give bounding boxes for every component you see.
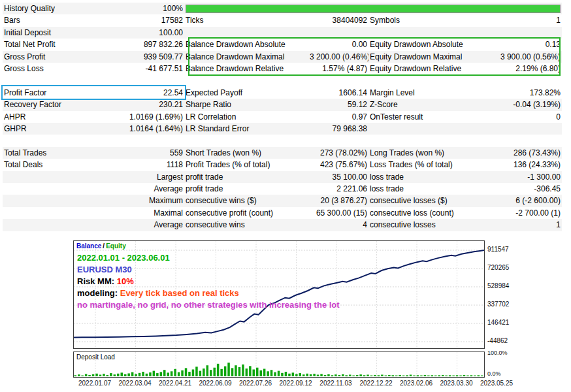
deposit-load-bar [110, 373, 112, 376]
stat-label: Sharpe Ratio [184, 99, 308, 110]
deposit-load-svg [74, 352, 484, 377]
stat-row: Total Trades559Short Trades (won %)273 (… [3, 147, 562, 159]
deposit-load-bar [103, 374, 105, 376]
stat-row: History Quality100% [3, 3, 562, 14]
deposit-load-panel [73, 351, 485, 378]
stat-value: 3 200.00 (0.46%) [308, 51, 368, 63]
stat-label: Z-Score [368, 99, 491, 110]
deposit-load-bar [85, 374, 88, 377]
deposit-load-bar [227, 363, 230, 376]
stat-label: Total Net Profit [3, 39, 107, 50]
x-tick-label: 2022.03.04 [118, 380, 151, 387]
stat-value: 79 968.38 [308, 123, 368, 135]
stat-value: 100.00 [107, 27, 184, 39]
deposit-load-bar [424, 375, 427, 376]
progress-cell [184, 3, 562, 14]
stat-label: Expected Payoff [184, 87, 308, 99]
deposit-load-bar [381, 375, 383, 376]
chart-annotation: Risk MM: 10% [77, 276, 340, 287]
deposit-load-bar [167, 372, 170, 376]
stat-row: Averageprofit trade2 221.06loss trade-30… [3, 183, 562, 195]
deposit-load-bar [195, 367, 198, 376]
deposit-load-bar [363, 375, 366, 376]
stat-value: 100% [107, 3, 184, 14]
deposit-load-bar [253, 370, 255, 377]
x-tick-label: 2023.02.06 [400, 380, 432, 387]
chart-annotation: no martingale, no grid, no other strateg… [77, 299, 340, 311]
stat-label: Margin Level [368, 87, 491, 99]
stat-row: AHPR1.0169 (1.69%)LR Correlation0.97OnTe… [3, 111, 562, 123]
stat-value: Largest [107, 171, 184, 183]
deposit-load-bar [306, 374, 309, 376]
stat-value [491, 123, 562, 135]
deposit-load-bar [267, 371, 269, 376]
deposit-load-bar [466, 376, 469, 376]
stat-value: 3 900.00 (0.56%) [491, 51, 562, 63]
deposit-load-bar [153, 371, 155, 376]
deposit-load-bar [142, 372, 144, 376]
deposit-load-bar [163, 370, 166, 376]
stat-label: History Quality [3, 3, 107, 14]
deposit-load-bar [278, 371, 280, 376]
deposit-load-bar [249, 366, 252, 376]
deposit-load-bar [417, 375, 419, 376]
stat-value: 0.13 [491, 39, 562, 50]
chart-annotations: 2022.01.01 - 2023.06.01EURUSD M30Risk MM… [77, 252, 340, 311]
deposit-load-bar [413, 376, 416, 376]
stat-label: loss trade [368, 171, 491, 183]
deposit-load-bar [338, 375, 341, 376]
deposit-load-title: Deposit Load [76, 353, 115, 361]
deposit-load-bar [406, 375, 408, 376]
x-tick-label: 2023.03.30 [440, 380, 472, 387]
y-tick-label: 911547 [487, 246, 509, 253]
deposit-load-bar [92, 374, 95, 376]
annotation-text: 10% [117, 276, 134, 286]
stat-label [3, 207, 107, 219]
deposit-load-bar [117, 374, 120, 376]
deposit-load-bar [367, 375, 369, 376]
deposit-load-bar [342, 374, 344, 376]
stat-label: Balance Drawdown Relative [184, 63, 308, 74]
stat-value: 286 (73.43%) [491, 147, 562, 159]
stat-row: GHPR1.0164 (1.64%)LR Standard Error79 96… [3, 123, 562, 135]
deposit-load-bar [224, 367, 227, 376]
stat-label [184, 27, 308, 39]
deposit-load-bar [270, 370, 273, 376]
deposit-load-bar [160, 372, 163, 376]
stat-row: Total Deals1118Profit Trades (% of total… [3, 159, 562, 171]
deposit-load-bar [106, 375, 109, 376]
stat-label: Balance Drawdown Maximal [184, 51, 308, 63]
x-tick-label: 2022.06.09 [199, 380, 231, 387]
deposit-load-bar [392, 375, 395, 376]
deposit-load-bar [238, 367, 241, 376]
stat-value: 173.82% [491, 87, 562, 99]
stat-value: Average [107, 219, 184, 231]
deposit-load-bar [370, 376, 373, 376]
x-tick-label: 2022.09.12 [279, 380, 312, 387]
stat-label: Recovery Factor [3, 99, 107, 110]
stat-value: 38404092 [308, 14, 368, 26]
legend-equity-label: Equity [106, 242, 126, 250]
y-tick-label: -44862 [487, 337, 508, 344]
annotation-text: Every tick based on real ticks [120, 288, 239, 298]
deposit-load-bar [181, 370, 184, 376]
stat-value: 0.97 [308, 111, 368, 123]
stat-label: Gross Profit [3, 51, 107, 63]
stat-value: 1 [491, 219, 562, 231]
deposit-load-bar [74, 375, 77, 376]
y-tick-label: 146421 [487, 319, 509, 326]
deposit-load-bar [217, 364, 220, 376]
deposit-load-bar [99, 375, 102, 376]
spacer-row [3, 74, 562, 86]
spacer-cell [3, 74, 562, 86]
deposit-load-bar [274, 372, 276, 376]
deposit-load-bar [385, 376, 387, 376]
deposit-load-bar [356, 375, 359, 376]
deposit-max-label: 100.0% [487, 350, 508, 356]
deposit-load-bar [114, 374, 116, 376]
chart-legend: Balance/Equity [76, 242, 126, 250]
stat-value: 559 [107, 147, 184, 159]
deposit-load-bar [399, 375, 401, 376]
x-tick-label: 2022.01.07 [78, 380, 111, 387]
stat-value: 1118 [107, 159, 184, 171]
